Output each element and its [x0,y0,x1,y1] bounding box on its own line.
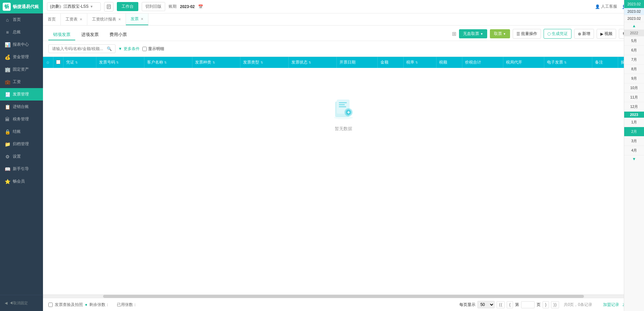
period-month-2-active[interactable]: 2月 [624,127,644,137]
customer-service-button[interactable]: 👤 人工客服 [595,4,617,9]
tab-salary-stats-close[interactable]: ✕ [118,17,121,21]
period-scroll-down[interactable]: ▼ [624,155,644,163]
video-button[interactable]: ▶ 视频 [597,29,616,39]
last-page-button[interactable]: ⟩⟩ [551,301,559,308]
switch-version-button[interactable]: 切到旧版 [142,2,165,11]
sidebar-item-label: 资金管理 [13,54,29,60]
period-year-2023: 2023 [624,112,644,118]
period-month-5[interactable]: 5月 [624,36,644,46]
period-panel-header-label: 2023.02 [628,2,641,6]
used-label: 已用张数： [117,302,137,308]
page-input[interactable]: 1 [521,301,535,308]
topbar: (勿删）江西股宝-LSS ▼ 工作台 切到旧版 账期 2023-02 📅 👤 人… [43,0,644,13]
period-scroll-up[interactable]: ▲ [624,22,644,30]
sidebar-item-guide[interactable]: 📖 新手引导 [0,163,43,175]
sidebar-item-salary[interactable]: 💼 工资 [0,76,43,88]
period-month-6[interactable]: 6月 [624,46,644,55]
sidebar-item-report[interactable]: 📊 报表中心 [0,38,43,51]
tab-invoice[interactable]: 发票 ✕ [126,13,148,25]
logo-icon: 畅 [3,3,11,11]
period-month-3[interactable]: 3月 [624,137,644,146]
period-panel-open-button[interactable]: 2023.02 [624,0,644,8]
period-month-12[interactable]: 12月 [624,102,644,112]
join-record-link[interactable]: 加盟记录 [603,302,619,308]
next-page-button[interactable]: ⟩ [543,301,549,308]
period-month-7[interactable]: 7月 [624,55,644,65]
period-row-2[interactable]: 2023.02 [624,15,644,22]
sidebar-item-settings[interactable]: ⚙ 设置 [0,150,43,163]
first-page-button[interactable]: ⟨⟨ [497,301,505,308]
ticket-button[interactable]: 取票 ▼ [490,29,510,38]
sidebar-item-invoice-mgmt[interactable]: 🧾 发票管理 [0,88,43,101]
tab-home[interactable]: 首页 [43,13,61,25]
service-label: 人工客服 [601,4,617,9]
select-all-checkbox[interactable] [56,60,60,64]
sidebar-item-ledger[interactable]: ≡ 总账 [0,26,43,38]
col-amount[interactable]: 金额 [377,57,403,68]
col-tax-incl-amount[interactable]: 价税合计 [462,57,503,68]
tab-salary[interactable]: 工资表 ✕ [61,13,87,25]
invoice-table-container: ☆ 凭证 ⇅ 发票号码 ⇅ 客户名称 [43,57,644,295]
new-label: 新增 [582,31,590,37]
col-invoice-no[interactable]: 发票号码 ⇅ [96,57,144,68]
search-icon[interactable]: 🔍 [107,46,112,51]
col-invoice-type[interactable]: 发票种类 ⇅ [192,57,240,68]
prev-page-button[interactable]: ⟨ [507,301,513,308]
search-input[interactable] [52,46,105,51]
sidebar-item-vip[interactable]: ⭐ 畅会员 [0,175,43,188]
invoice-mgmt-icon: 🧾 [5,92,10,97]
sidebar-logo: 畅 畅捷通易代账 [0,0,43,13]
sidebar-item-funds[interactable]: 💰 资金管理 [0,51,43,63]
period-month-11[interactable]: 11月 [624,93,644,102]
grid-view-icon[interactable]: ⊞ [452,31,456,37]
col-tax-rate[interactable]: 税率 ⇅ [403,57,436,68]
bulk-op-button[interactable]: ☰ 批量操作 [513,29,541,39]
sub-tab-purchase-label: 进项发票 [81,32,99,37]
col-electronic[interactable]: 电子发票 ⇅ [544,57,592,68]
sidebar-item-sales-ledger[interactable]: 📋 进销台账 [0,101,43,113]
per-page-select[interactable]: 50 100 [477,301,495,308]
sub-tab-expense[interactable]: 费用小票 [105,30,132,40]
new-button[interactable]: ⊕ 新增 [574,29,594,39]
show-detail-toggle[interactable]: 显示明细 [142,46,164,52]
period-month-1[interactable]: 1月 [624,118,644,127]
collapse-label: ◀取消固定 [9,301,28,306]
col-remark[interactable]: 备注 [592,57,618,68]
sub-tab-sales[interactable]: 销项发票 [48,30,75,40]
period-month-4[interactable]: 4月 [624,146,644,155]
sidebar-item-home[interactable]: ⌂ 首页 [0,13,43,26]
more-filter-button[interactable]: ▼ 更多条件 [118,46,140,52]
col-invoice-category[interactable]: 发票类型 ⇅ [240,57,288,68]
col-issue-date[interactable]: 开票日期 [336,57,377,68]
col-customer[interactable]: 客户名称 ⇅ [144,57,192,68]
show-detail-checkbox[interactable] [142,47,147,51]
tab-salary-stats-label: 工资统计报表 [92,16,116,22]
company-selector[interactable]: (勿删）江西股宝-LSS ▼ [47,2,101,11]
period-month-8[interactable]: 8月 [624,65,644,74]
sidebar-item-close[interactable]: 🔒 结账 [0,125,43,138]
verify-checkbox[interactable] [48,303,53,307]
tab-invoice-close[interactable]: ✕ [141,17,143,21]
sidebar-collapse-button[interactable]: ◀ ◀取消固定 [0,298,43,308]
col-tax[interactable]: 税额 [436,57,462,68]
calendar-icon[interactable]: 📅 [198,4,203,9]
col-tax-code[interactable]: 税局代开 [503,57,544,68]
period-month-9[interactable]: 9月 [624,74,644,83]
tab-salary-stats[interactable]: 工资统计报表 ✕ [87,13,126,25]
col-invoice-status[interactable]: 发票状态 ⇅ [288,57,336,68]
invoice-no-sort-icon: ⇅ [116,61,119,64]
no-ticket-button[interactable]: 无血取票 ▼ [459,29,487,38]
document-icon-button[interactable] [104,2,113,11]
empty-icon [330,95,357,122]
sidebar-item-fixed-assets[interactable]: 🏢 固定资产 [0,63,43,76]
sidebar-item-archive[interactable]: 📁 归档管理 [0,138,43,150]
col-voucher[interactable]: 凭证 ⇅ [63,57,96,68]
gen-cert-button[interactable]: ⬡ 生成凭证 [544,29,571,39]
workbench-button[interactable]: 工作台 [117,2,138,11]
period-row-highlight-1[interactable]: 2023.02 [624,8,644,15]
sub-tab-purchase[interactable]: 进项发票 [77,30,103,40]
tab-salary-close[interactable]: ✕ [80,17,82,21]
period-month-10[interactable]: 10月 [624,83,644,93]
content-card: 销项发票 进项发票 费用小票 ⊞ 无血取票 ▼ 取票 ▼ ☰ [43,26,644,311]
sidebar-item-tax-mgmt[interactable]: 🏛 税务管理 [0,113,43,125]
